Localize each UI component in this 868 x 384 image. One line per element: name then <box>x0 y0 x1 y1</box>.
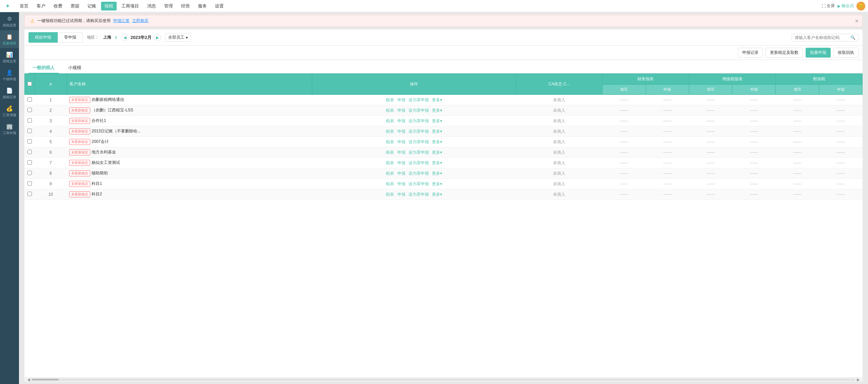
banner-link-purchase[interactable]: 立即购买 <box>132 18 149 24</box>
upgrade-button[interactable]: ▶ 畅会员 <box>837 3 854 9</box>
op-more-link[interactable]: 更多▾ <box>432 129 442 134</box>
nav-operations[interactable]: 经营 <box>178 2 193 10</box>
op-declare-link[interactable]: 申报 <box>397 171 406 176</box>
op-declare-link[interactable]: 申报 <box>397 108 406 113</box>
op-more-link[interactable]: 更多▾ <box>432 182 442 186</box>
collect-receipt-button[interactable]: 收取回执 <box>833 48 859 58</box>
next-month-button[interactable]: ▶ <box>154 34 161 41</box>
op-declare-link[interactable]: 申报 <box>397 182 406 186</box>
sidebar-item-tax-records[interactable]: 📄 报税记录 <box>0 84 19 102</box>
update-tax-button[interactable]: 更新税定及取数 <box>766 48 803 58</box>
tax-records-icon: 📄 <box>6 87 13 94</box>
row-checkbox-0[interactable] <box>27 97 32 102</box>
op-more-link[interactable]: 更多▾ <box>432 171 442 176</box>
op-more-link[interactable]: 更多▾ <box>432 98 442 102</box>
banner-close-button[interactable]: ✕ <box>855 18 859 24</box>
search-icon[interactable]: 🔍 <box>850 35 855 40</box>
op-zero-declare-link[interactable]: 设为零申报 <box>409 161 429 165</box>
row-checkbox-8[interactable] <box>27 181 32 186</box>
op-tax-table-link[interactable]: 税表 <box>386 140 394 144</box>
row-num: 10 <box>35 189 67 200</box>
tab-small-scale[interactable]: 小规模 <box>64 63 85 73</box>
sidebar-item-business-annual[interactable]: 🏢 工商年报 <box>0 120 19 138</box>
select-all-checkbox[interactable] <box>27 82 32 86</box>
op-zero-declare-link[interactable]: 设为零申报 <box>409 182 429 186</box>
row-checkbox-9[interactable] <box>27 192 32 196</box>
op-more-link[interactable]: 更多▾ <box>432 150 442 155</box>
row-checkbox-3[interactable] <box>27 129 32 133</box>
op-declare-link[interactable]: 申报 <box>397 192 406 197</box>
op-tax-table-link[interactable]: 税表 <box>386 182 394 186</box>
op-tax-table-link[interactable]: 税表 <box>386 171 394 176</box>
nav-messages[interactable]: 消息 <box>144 2 159 10</box>
horizontal-scrollbar[interactable]: ◀ ▶ <box>24 377 863 381</box>
op-declare-link[interactable]: 申报 <box>397 161 406 165</box>
op-tax-table-link[interactable]: 税表 <box>386 129 394 134</box>
scroll-left-arrow-icon[interactable]: ◀ <box>27 377 30 382</box>
op-zero-declare-link[interactable]: 设为零申报 <box>409 108 429 113</box>
search-input[interactable] <box>795 35 849 40</box>
tab-zero-declaration[interactable]: 零申报 <box>58 32 83 43</box>
sidebar-item-batch-tax[interactable]: 📋 批量报税 <box>0 30 19 48</box>
region-info-icon[interactable]: ℹ <box>115 35 117 40</box>
op-zero-declare-link[interactable]: 设为零申报 <box>409 119 429 123</box>
op-zero-declare-link[interactable]: 设为零申报 <box>409 129 429 134</box>
op-declare-link[interactable]: 申报 <box>397 140 406 144</box>
nav-tax[interactable]: 报税 <box>101 2 117 10</box>
op-zero-declare-link[interactable]: 设为零申报 <box>409 140 429 144</box>
prev-month-button[interactable]: ◀ <box>121 34 129 41</box>
op-more-link[interactable]: 更多▾ <box>432 119 442 123</box>
sidebar-item-annual-clearance[interactable]: 💰 汇算清缴 <box>0 102 19 120</box>
op-declare-link[interactable]: 申报 <box>397 119 406 123</box>
row-checkbox-6[interactable] <box>27 160 32 165</box>
row-operations: 税表 申报 设为零申报 更多▾ <box>312 95 516 105</box>
op-declare-link[interactable]: 申报 <box>397 129 406 134</box>
declaration-records-button[interactable]: 申报记录 <box>738 48 763 58</box>
nav-services[interactable]: 服务 <box>195 2 210 10</box>
nav-business[interactable]: 工商项目 <box>118 2 142 10</box>
employee-filter[interactable]: 全部员工 ▾ <box>165 33 191 42</box>
op-zero-declare-link[interactable]: 设为零申报 <box>409 192 429 197</box>
op-zero-declare-link[interactable]: 设为零申报 <box>409 150 429 155</box>
batch-declaration-button[interactable]: 批量申报 <box>806 48 831 58</box>
op-tax-table-link[interactable]: 税表 <box>386 150 394 155</box>
tab-tax-declaration[interactable]: 税款申报 <box>28 32 58 43</box>
op-more-link[interactable]: 更多▾ <box>432 192 442 197</box>
op-declare-link[interactable]: 申报 <box>397 150 406 155</box>
op-tax-table-link[interactable]: 税表 <box>386 119 394 123</box>
op-more-link[interactable]: 更多▾ <box>432 108 442 113</box>
op-more-link[interactable]: 更多▾ <box>432 161 442 165</box>
fullscreen-button[interactable]: ⛶ 全屏 <box>822 3 835 9</box>
op-tax-table-link[interactable]: 税表 <box>386 108 394 113</box>
op-zero-declare-link[interactable]: 设为零申报 <box>409 98 429 102</box>
nav-billing[interactable]: 收费 <box>50 2 66 10</box>
nav-customers[interactable]: 客户 <box>33 2 49 10</box>
row-checkbox-4[interactable] <box>27 139 32 144</box>
row-finance-apply: —— <box>646 158 689 168</box>
nav-settings[interactable]: 设置 <box>212 2 227 10</box>
row-checkbox-5[interactable] <box>27 150 32 154</box>
row-checkbox-1[interactable] <box>27 108 32 112</box>
user-avatar[interactable]: 😊 <box>856 2 865 10</box>
row-checkbox-7[interactable] <box>27 171 32 175</box>
sidebar-item-individual-tax[interactable]: 👤 个税申报 <box>0 66 19 84</box>
op-more-link[interactable]: 更多▾ <box>432 140 442 144</box>
op-declare-link[interactable]: 申报 <box>397 98 406 102</box>
nav-manage[interactable]: 管理 <box>161 2 176 10</box>
op-tax-table-link[interactable]: 税表 <box>386 161 394 165</box>
row-finance-apply: —— <box>646 105 689 116</box>
banner-link-declaration[interactable]: 申报汇签 <box>113 18 130 24</box>
row-finance-fill: —— <box>602 95 646 105</box>
nav-accounting[interactable]: 记账 <box>84 2 100 10</box>
op-tax-table-link[interactable]: 税表 <box>386 192 394 197</box>
nav-home[interactable]: 首页 <box>16 2 32 10</box>
sidebar-item-tax-settings[interactable]: ⚙ 报税设置 <box>0 12 19 30</box>
tab-general-taxpayer[interactable]: 一般的税人 <box>28 63 59 73</box>
row-checkbox-cell <box>25 95 35 105</box>
op-tax-table-link[interactable]: 税表 <box>386 98 394 102</box>
scroll-right-arrow-icon[interactable]: ▶ <box>857 377 860 382</box>
row-checkbox-2[interactable] <box>27 118 32 123</box>
nav-invoice[interactable]: 票据 <box>67 2 83 10</box>
op-zero-declare-link[interactable]: 设为零申报 <box>409 171 429 176</box>
sidebar-item-tax-overview[interactable]: 📊 报税总览 <box>0 48 19 66</box>
